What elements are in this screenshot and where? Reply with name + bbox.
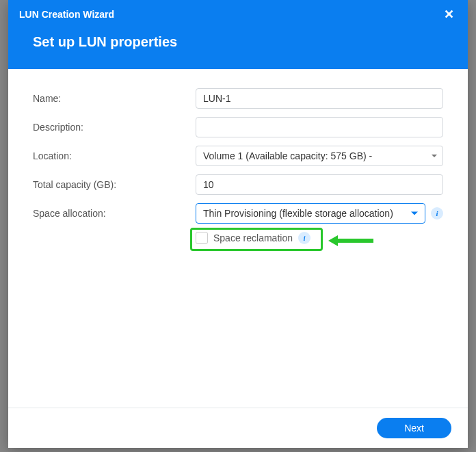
page-header: Set up LUN properties — [8, 27, 468, 69]
footer: Next — [8, 408, 468, 448]
allocation-select[interactable]: Thin Provisioning (flexible storage allo… — [196, 203, 425, 224]
titlebar: LUN Creation Wizard ✕ — [8, 0, 468, 27]
lun-creation-wizard: LUN Creation Wizard ✕ Set up LUN propert… — [8, 0, 468, 448]
annotation-arrow-icon — [328, 237, 376, 244]
row-description: Description: — [33, 117, 443, 137]
location-label: Location: — [33, 150, 196, 161]
capacity-input[interactable] — [196, 174, 443, 195]
description-label: Description: — [33, 122, 196, 133]
row-allocation: Space allocation: Thin Provisioning (fle… — [33, 203, 443, 224]
chevron-down-icon — [432, 155, 437, 157]
location-value: Volume 1 (Available capacity: 575 GB) - — [203, 150, 372, 161]
page-title: Set up LUN properties — [33, 34, 177, 49]
allocation-label: Space allocation: — [33, 208, 196, 219]
row-name: Name: — [33, 88, 443, 109]
description-input[interactable] — [196, 117, 443, 137]
name-input[interactable] — [196, 88, 443, 109]
next-button[interactable]: Next — [377, 418, 451, 438]
space-reclamation-label: Space reclamation — [213, 232, 293, 243]
location-select[interactable]: Volume 1 (Available capacity: 575 GB) - — [196, 146, 443, 166]
allocation-value: Thin Provisioning (flexible storage allo… — [203, 208, 393, 219]
capacity-label: Total capacity (GB): — [33, 179, 196, 190]
form-content: Name: Description: Location: Volume 1 (A… — [8, 69, 468, 408]
info-icon[interactable]: i — [298, 232, 310, 244]
chevron-down-icon — [411, 212, 418, 215]
row-location: Location: Volume 1 (Available capacity: … — [33, 146, 443, 166]
name-label: Name: — [33, 93, 196, 104]
titlebar-title: LUN Creation Wizard — [19, 9, 114, 20]
row-capacity: Total capacity (GB): — [33, 174, 443, 195]
row-space-reclamation: Space reclamation i — [196, 232, 443, 244]
close-icon[interactable]: ✕ — [441, 7, 457, 22]
info-icon[interactable]: i — [431, 207, 443, 220]
space-reclamation-checkbox[interactable] — [196, 232, 208, 244]
